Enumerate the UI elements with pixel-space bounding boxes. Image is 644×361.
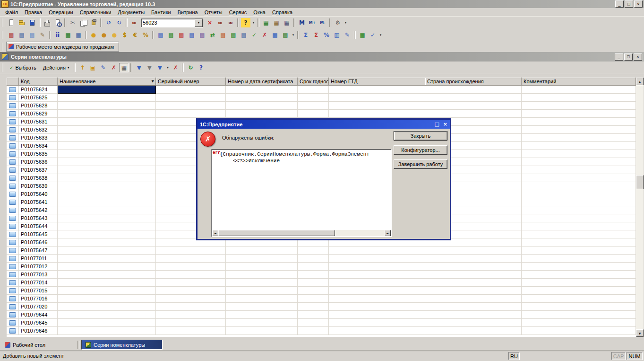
cell-comment[interactable]: [522, 255, 636, 263]
new-group-icon[interactable]: ▣: [88, 63, 97, 72]
cell-serial[interactable]: [156, 271, 226, 279]
child-minimize-button[interactable]: _: [615, 53, 623, 61]
cell-name[interactable]: [58, 214, 156, 222]
cell-code[interactable]: P01075634: [19, 142, 58, 150]
cell-country[interactable]: [425, 295, 522, 303]
open-icon[interactable]: [17, 18, 26, 27]
toolbar-grip[interactable]: [2, 63, 4, 72]
menu-documents[interactable]: Документы: [114, 9, 148, 16]
cell-name[interactable]: [58, 222, 156, 230]
cell-gtd[interactable]: [329, 263, 425, 271]
toolbar-grip[interactable]: [2, 31, 4, 39]
child-close-button[interactable]: ×: [634, 53, 642, 61]
title-bar[interactable]: 1С 1С:Предприятие - Управление торговлей…: [0, 0, 644, 8]
new-document-icon[interactable]: [7, 18, 16, 27]
table-row[interactable]: P01077013: [7, 271, 636, 279]
cell-country[interactable]: [425, 94, 522, 102]
cell-serial[interactable]: [156, 110, 226, 118]
column-header-country[interactable]: Страна происхождения: [425, 78, 522, 86]
cell-name[interactable]: [58, 182, 156, 190]
table-row[interactable]: P01075629: [7, 110, 636, 118]
cell-code[interactable]: P01075632: [19, 126, 58, 134]
dialog-maximize-button[interactable]: □: [434, 122, 439, 127]
cell-name[interactable]: [58, 94, 156, 102]
cell-comment[interactable]: [522, 263, 636, 271]
cell-name[interactable]: [58, 263, 156, 271]
toolbar-grip[interactable]: [2, 43, 4, 51]
cell-country[interactable]: [425, 287, 522, 295]
cell-icon[interactable]: [7, 222, 19, 230]
cell-country[interactable]: [425, 110, 522, 118]
cell-icon[interactable]: [7, 158, 19, 166]
cell-code[interactable]: P01075645: [19, 230, 58, 238]
cell-code[interactable]: P01075635: [19, 150, 58, 158]
cell-expiry[interactable]: [298, 110, 329, 118]
shutdown-button[interactable]: Завершить работу: [394, 159, 447, 169]
cell-code[interactable]: P01079646: [19, 327, 58, 335]
cell-icon[interactable]: [7, 150, 19, 158]
column-header-name[interactable]: Наименование▼: [58, 78, 156, 86]
cell-certificate[interactable]: [226, 247, 298, 255]
table-row[interactable]: P01077011: [7, 255, 636, 263]
filter-dropdown-icon[interactable]: ▾: [165, 63, 170, 72]
cell-serial[interactable]: [156, 247, 226, 255]
cell-code[interactable]: P01075642: [19, 206, 58, 214]
close-error-button[interactable]: Закрыть: [394, 131, 447, 141]
cell-code[interactable]: P01077011: [19, 255, 58, 263]
cell-gtd[interactable]: [329, 287, 425, 295]
tools-dropdown-icon[interactable]: ▾: [343, 18, 348, 27]
price-list-icon[interactable]: ▦: [74, 30, 83, 40]
cell-name[interactable]: [58, 206, 156, 214]
cell-comment[interactable]: [522, 142, 636, 150]
cell-comment[interactable]: [522, 295, 636, 303]
cell-country[interactable]: [425, 327, 522, 335]
cell-serial[interactable]: [156, 319, 226, 327]
cell-icon[interactable]: [7, 271, 19, 279]
cell-certificate[interactable]: [226, 86, 298, 94]
cell-name[interactable]: [58, 311, 156, 319]
cell-comment[interactable]: [522, 174, 636, 182]
cell-icon[interactable]: [7, 190, 19, 198]
receipt-invoice-icon[interactable]: ▤: [187, 30, 197, 40]
cell-name[interactable]: [58, 327, 156, 335]
cell-serial[interactable]: [156, 86, 226, 94]
cell-comment[interactable]: [522, 118, 636, 126]
cell-code[interactable]: P01079645: [19, 319, 58, 327]
cell-icon[interactable]: [7, 319, 19, 327]
cell-comment[interactable]: [522, 222, 636, 230]
cell-comment[interactable]: [522, 198, 636, 206]
cell-icon[interactable]: [7, 206, 19, 214]
cell-gtd[interactable]: [329, 311, 425, 319]
cell-name[interactable]: [58, 150, 156, 158]
cell-name[interactable]: [58, 279, 156, 287]
memory-add-icon[interactable]: М+: [308, 18, 317, 27]
paste-icon[interactable]: [89, 18, 98, 27]
cell-code[interactable]: P01075640: [19, 190, 58, 198]
cell-comment[interactable]: [522, 279, 636, 287]
cell-expiry[interactable]: [298, 295, 329, 303]
edit-item-icon[interactable]: ✎: [98, 63, 108, 72]
child-restore-button[interactable]: □: [624, 53, 633, 61]
cell-comment[interactable]: [522, 182, 636, 190]
purchases-report-icon[interactable]: Σ: [311, 30, 321, 40]
table-row[interactable]: P01079645: [7, 319, 636, 327]
cell-code[interactable]: P01075625: [19, 94, 58, 102]
cell-code[interactable]: P01075629: [19, 110, 58, 118]
cell-comment[interactable]: [522, 126, 636, 134]
cell-certificate[interactable]: [226, 110, 298, 118]
series-window-title-bar[interactable]: Серии номенклатуры _ □ ×: [0, 52, 644, 62]
vertical-scrollbar[interactable]: ▲ ▼: [636, 78, 644, 337]
cell-icon[interactable]: [7, 247, 19, 255]
cell-gtd[interactable]: [329, 247, 425, 255]
save-icon[interactable]: [27, 18, 37, 27]
cell-serial[interactable]: [156, 279, 226, 287]
cell-name[interactable]: [58, 230, 156, 238]
cell-icon[interactable]: [7, 287, 19, 295]
return-invoice-icon[interactable]: ▤: [197, 30, 207, 40]
find-next-icon[interactable]: ∞: [215, 18, 225, 27]
cell-certificate[interactable]: [226, 271, 298, 279]
menu-edit[interactable]: Правка: [21, 9, 45, 16]
commands-more-dropdown-icon[interactable]: ▾: [291, 30, 296, 40]
cell-name[interactable]: [58, 134, 156, 142]
cell-icon[interactable]: [7, 110, 19, 118]
